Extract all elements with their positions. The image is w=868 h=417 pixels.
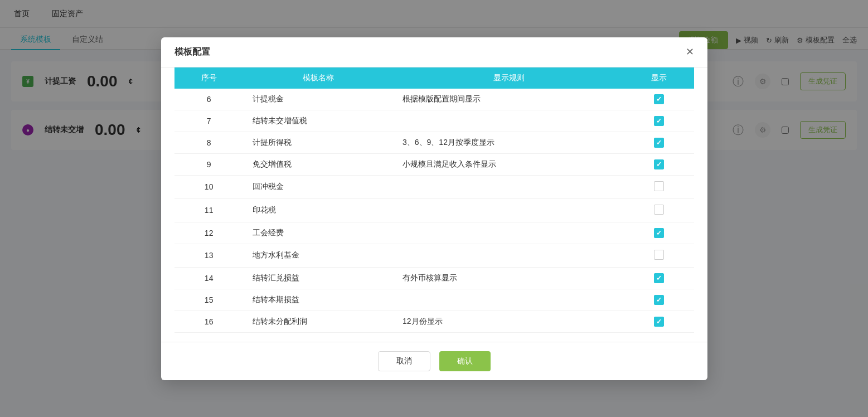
cell-name: 计提税金 <box>244 89 394 110</box>
modal-header: 模板配置 ✕ <box>161 37 707 67</box>
col-header-rule: 显示规则 <box>394 67 624 89</box>
cell-rule <box>394 244 624 267</box>
modal-close-button[interactable]: ✕ <box>686 47 694 57</box>
col-header-show: 显示 <box>624 67 694 89</box>
table-row: 13地方水利基金 <box>174 244 694 267</box>
row-checkbox-8[interactable] <box>654 138 664 148</box>
cell-name: 地方水利基金 <box>244 244 394 267</box>
cell-id: 14 <box>174 267 244 289</box>
col-header-name: 模板名称 <box>244 67 394 89</box>
config-table: 序号 模板名称 显示规则 显示 6计提税金根据模版配置期间显示7结转未交增值税8… <box>174 67 694 333</box>
row-checkbox-7[interactable] <box>654 116 664 126</box>
table-row: 12工会经费 <box>174 222 694 244</box>
cell-id: 11 <box>174 198 244 222</box>
row-checkbox-12[interactable] <box>654 228 664 238</box>
table-row: 7结转未交增值税 <box>174 110 694 132</box>
cell-check[interactable] <box>624 110 694 132</box>
cell-id: 6 <box>174 89 244 110</box>
confirm-button[interactable]: 确认 <box>439 351 491 371</box>
cell-id: 8 <box>174 132 244 153</box>
table-row: 15结转本期损益 <box>174 289 694 311</box>
cell-rule <box>394 175 624 198</box>
cell-id: 12 <box>174 222 244 244</box>
cell-check[interactable] <box>624 132 694 153</box>
cell-name: 结转未分配利润 <box>244 311 394 332</box>
row-checkbox-11[interactable] <box>654 205 664 215</box>
cell-id: 7 <box>174 110 244 132</box>
cell-check[interactable] <box>624 153 694 175</box>
modal-dialog: 模板配置 ✕ 序号 模板名称 显示规则 显示 6计提税金根据模版配置期间显示7结… <box>161 37 707 380</box>
cell-rule <box>394 110 624 132</box>
cell-rule <box>394 198 624 222</box>
modal-body: 序号 模板名称 显示规则 显示 6计提税金根据模版配置期间显示7结转未交增值税8… <box>161 67 707 342</box>
table-row: 9免交增值税小规模且满足收入条件显示 <box>174 153 694 175</box>
cell-rule: 小规模且满足收入条件显示 <box>394 153 624 175</box>
row-checkbox-9[interactable] <box>654 159 664 169</box>
cell-id: 10 <box>174 175 244 198</box>
table-row: 6计提税金根据模版配置期间显示 <box>174 89 694 110</box>
row-checkbox-13[interactable] <box>654 250 664 260</box>
table-body: 6计提税金根据模版配置期间显示7结转未交增值税8计提所得税3、6、9、12月按季… <box>174 89 694 333</box>
cell-check[interactable] <box>624 89 694 110</box>
cell-rule <box>394 289 624 311</box>
col-header-id: 序号 <box>174 67 244 89</box>
cell-name: 免交增值税 <box>244 153 394 175</box>
cell-check[interactable] <box>624 222 694 244</box>
cell-rule: 根据模版配置期间显示 <box>394 89 624 110</box>
row-checkbox-6[interactable] <box>654 94 664 104</box>
modal-footer: 取消 确认 <box>161 342 707 380</box>
table-row: 8计提所得税3、6、9、12月按季度显示 <box>174 132 694 153</box>
row-checkbox-16[interactable] <box>654 317 664 327</box>
cell-check[interactable] <box>624 289 694 311</box>
cell-name: 结转未交增值税 <box>244 110 394 132</box>
modal-title: 模板配置 <box>174 46 210 58</box>
cell-check[interactable] <box>624 311 694 332</box>
table-header-row: 序号 模板名称 显示规则 显示 <box>174 67 694 89</box>
cell-check[interactable] <box>624 175 694 198</box>
cell-rule: 12月份显示 <box>394 311 624 332</box>
cell-id: 15 <box>174 289 244 311</box>
cell-rule: 3、6、9、12月按季度显示 <box>394 132 624 153</box>
table-row: 16结转未分配利润12月份显示 <box>174 311 694 332</box>
cell-id: 13 <box>174 244 244 267</box>
cell-id: 16 <box>174 311 244 332</box>
cell-name: 计提所得税 <box>244 132 394 153</box>
cell-name: 工会经费 <box>244 222 394 244</box>
row-checkbox-14[interactable] <box>654 273 664 283</box>
row-checkbox-15[interactable] <box>654 295 664 305</box>
cell-name: 结转汇兑损益 <box>244 267 394 289</box>
cancel-button[interactable]: 取消 <box>378 351 430 371</box>
modal-overlay: 模板配置 ✕ 序号 模板名称 显示规则 显示 6计提税金根据模版配置期间显示7结… <box>0 0 868 417</box>
cell-id: 9 <box>174 153 244 175</box>
table-row: 10回冲税金 <box>174 175 694 198</box>
cell-name: 印花税 <box>244 198 394 222</box>
cell-check[interactable] <box>624 244 694 267</box>
row-checkbox-10[interactable] <box>654 181 664 191</box>
table-row: 11印花税 <box>174 198 694 222</box>
cell-check[interactable] <box>624 198 694 222</box>
cell-name: 回冲税金 <box>244 175 394 198</box>
table-row: 14结转汇兑损益有外币核算显示 <box>174 267 694 289</box>
cell-rule: 有外币核算显示 <box>394 267 624 289</box>
cell-check[interactable] <box>624 267 694 289</box>
cell-name: 结转本期损益 <box>244 289 394 311</box>
cell-rule <box>394 222 624 244</box>
